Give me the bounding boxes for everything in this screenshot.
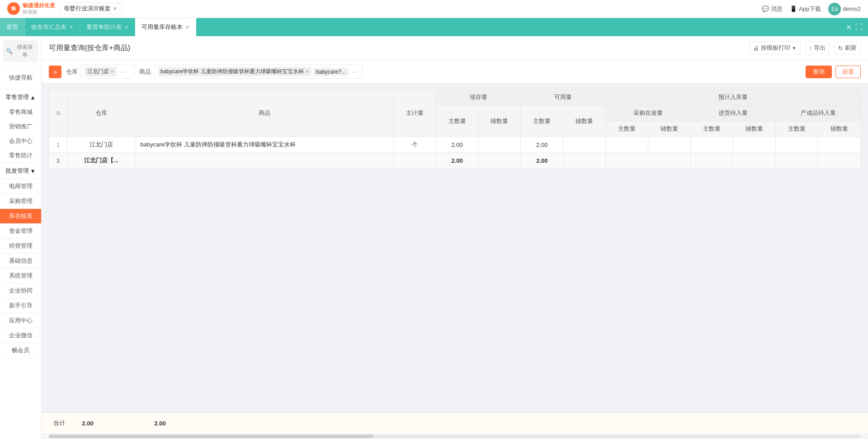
row-production-aux-cell bbox=[818, 153, 861, 169]
scroll-bar-area bbox=[42, 434, 868, 439]
filter-expand-button[interactable]: » bbox=[49, 66, 61, 78]
row-product-cell bbox=[136, 153, 393, 169]
sidebar-item-guide[interactable]: 新手引导 bbox=[0, 298, 41, 313]
search-menu-button[interactable]: 🔍 搜索菜单 bbox=[4, 41, 38, 61]
print-label: 按模板打印 bbox=[761, 44, 790, 52]
logo-icon: 畅 bbox=[7, 2, 20, 15]
available-inventory-tab-label: 可用量库存账本 bbox=[142, 23, 183, 31]
row-available-aux-cell bbox=[563, 137, 606, 153]
app-download-button[interactable]: 📱 App下载 bbox=[790, 5, 821, 13]
sidebar-item-ecommerce[interactable]: 电商管理 bbox=[0, 179, 41, 194]
production-aux-header: 辅数量 bbox=[818, 121, 861, 137]
sidebar: 🔍 搜索菜单 快捷导航 零售管理 ▲ 零售商城 营销推广 会员中心 零售统计 批… bbox=[0, 36, 42, 439]
table-row: 1江北门店babycare学饮杯 儿童防摔防撞吸管杯重力球吸嘴杯宝宝水杯个2.0… bbox=[49, 137, 861, 153]
warehouse-tag-close[interactable]: ✕ bbox=[110, 69, 114, 74]
sidebar-item-zero-mall[interactable]: 零售商城 bbox=[0, 105, 41, 119]
chevron-down-icon: ▼ bbox=[30, 168, 36, 175]
row-warehouse-cell: 江北门店【... bbox=[67, 153, 136, 169]
query-button[interactable]: 查询 bbox=[806, 66, 832, 78]
batch-label: 批发管理 bbox=[5, 167, 29, 175]
industry-select[interactable]: 母婴行业演示账套 ▼ bbox=[60, 3, 123, 14]
row-index-cell: 2 bbox=[49, 153, 67, 169]
product-more[interactable]: ··· bbox=[350, 69, 359, 75]
filter-bar: » 仓库 江北门店 ✕ ··· 商品 babycare学饮杯 儿童防摔防撞吸管杯… bbox=[42, 60, 868, 84]
sidebar-section-ecommerce: 电商管理 bbox=[0, 179, 41, 194]
export-label: 导出 bbox=[814, 44, 826, 52]
expected-group-header: 预计入库量 bbox=[606, 90, 861, 105]
setting-button[interactable]: 设置 bbox=[835, 66, 861, 78]
sidebar-section-system: 系统管理 bbox=[0, 269, 41, 283]
tab-available-inventory[interactable]: 可用量库存账本 ✕ bbox=[135, 18, 196, 36]
settings-col-header: ⚙ bbox=[49, 90, 67, 137]
tab-actions: ✕ ⛶ bbox=[840, 18, 868, 36]
logo-area: 畅 畅捷通好生意 标准版 bbox=[7, 2, 55, 15]
scroll-track[interactable] bbox=[49, 434, 861, 438]
product-tag-1-close[interactable]: ✕ bbox=[305, 69, 309, 74]
scroll-thumb[interactable] bbox=[49, 434, 373, 438]
sidebar-section-finance: 资金管理 bbox=[0, 224, 41, 239]
order-stats-tab-label: 要货单统计表 bbox=[86, 23, 122, 31]
warehouse-tag-value: 江北门店 bbox=[87, 68, 109, 76]
row-available-main-cell: 2.00 bbox=[521, 153, 563, 169]
sidebar-item-basic[interactable]: 基础信息 bbox=[0, 254, 41, 268]
gear-icon[interactable]: ⚙ bbox=[56, 110, 61, 117]
message-button[interactable]: 💬 消息 bbox=[762, 5, 783, 13]
product-filter-label: 商品 bbox=[139, 68, 151, 76]
warehouse-filter-box[interactable]: 江北门店 ✕ ··· bbox=[80, 65, 135, 79]
product-tag-1: babycare学饮杯 儿童防摔防撞吸管杯重力球吸嘴杯宝宝水杯 ✕ bbox=[158, 67, 311, 76]
sidebar-item-marketing[interactable]: 营销推广 bbox=[0, 119, 41, 134]
production-group-header: 产成品待入量 bbox=[776, 105, 861, 121]
sidebar-quick-nav: 快捷导航 bbox=[0, 66, 41, 90]
tab-close-all-button[interactable]: ✕ bbox=[846, 23, 852, 32]
message-label: 消息 bbox=[771, 5, 783, 13]
top-bar-right: 💬 消息 📱 App下载 Ea demo2 bbox=[762, 3, 861, 15]
sidebar-item-purchase[interactable]: 采购管理 bbox=[0, 194, 41, 208]
row-production-main-cell bbox=[776, 137, 818, 153]
user-menu[interactable]: Ea demo2 bbox=[828, 3, 861, 15]
warehouse-more[interactable]: ··· bbox=[118, 69, 127, 75]
sidebar-item-inventory[interactable]: 库存核算 bbox=[0, 209, 41, 223]
row-index-cell: 1 bbox=[49, 137, 67, 153]
table-row: 2江北门店【...2.002.00 bbox=[49, 153, 861, 169]
sidebar-item-operations[interactable]: 经营管理 bbox=[0, 239, 41, 253]
row-available-main-cell: 2.00 bbox=[521, 137, 563, 153]
export-icon: ↑ bbox=[809, 45, 812, 52]
sidebar-item-finance[interactable]: 资金管理 bbox=[0, 224, 41, 238]
sidebar-section-zero-retail-header[interactable]: 零售管理 ▲ bbox=[0, 90, 41, 105]
tab-fullscreen-button[interactable]: ⛶ bbox=[855, 23, 863, 31]
tab-home[interactable]: 首页 bbox=[0, 18, 25, 36]
print-button[interactable]: 🖨 按模板打印 ▼ bbox=[749, 42, 801, 54]
stock-aux-header: 辅数量 bbox=[478, 105, 521, 137]
tab-order-stats[interactable]: 要货单统计表 ✕ bbox=[80, 18, 135, 36]
logo-text: 畅捷通好生意 bbox=[23, 2, 55, 9]
sidebar-section-operations: 经营管理 bbox=[0, 239, 41, 254]
row-stock-main-cell: 2.00 bbox=[436, 153, 478, 169]
refresh-button[interactable]: ↻ 刷新 bbox=[834, 42, 861, 54]
row-purchase-aux-cell bbox=[648, 153, 691, 169]
export-button[interactable]: ↑ 导出 bbox=[805, 42, 830, 54]
sidebar-item-system[interactable]: 系统管理 bbox=[0, 269, 41, 283]
available-inventory-tab-close[interactable]: ✕ bbox=[185, 24, 189, 30]
sidebar-section-zero-retail: 零售管理 ▲ 零售商城 营销推广 会员中心 零售统计 bbox=[0, 90, 41, 163]
page-header: 可用量查询(按仓库+商品) 🖨 按模板打印 ▼ ↑ 导出 ↻ 刷新 bbox=[42, 36, 868, 60]
production-main-header: 主数量 bbox=[776, 121, 818, 137]
warehouse-col-header: 仓库 bbox=[67, 90, 136, 137]
sidebar-item-vip[interactable]: 畅会员 bbox=[0, 343, 41, 358]
logo-sub: 标准版 bbox=[23, 9, 55, 15]
sidebar-section-batch-header[interactable]: 批发管理 ▼ bbox=[0, 163, 41, 179]
sidebar-item-wechat[interactable]: 企业微信 bbox=[0, 328, 41, 343]
receive-send-tab-close[interactable]: ✕ bbox=[69, 24, 73, 30]
search-menu-label: 搜索菜单 bbox=[14, 43, 35, 59]
sidebar-item-members[interactable]: 会员中心 bbox=[0, 134, 41, 148]
sidebar-item-appstore[interactable]: 应用中心 bbox=[0, 313, 41, 328]
unit-col-header: 主计量 bbox=[393, 90, 436, 137]
sidebar-item-quick-nav[interactable]: 快捷导航 bbox=[0, 70, 41, 85]
sidebar-section-enterprise: 企业协同 bbox=[0, 283, 41, 298]
top-bar: 畅 畅捷通好生意 标准版 母婴行业演示账套 ▼ 💬 消息 📱 App下载 Ea … bbox=[0, 0, 868, 18]
tab-bar: 首页 收发存汇总表 ✕ 要货单统计表 ✕ 可用量库存账本 ✕ ✕ ⛶ bbox=[0, 18, 868, 36]
product-filter-box[interactable]: babycare学饮杯 儿童防摔防撞吸管杯重力球吸嘴杯宝宝水杯 ✕ babyca… bbox=[154, 65, 363, 79]
sidebar-item-enterprise[interactable]: 企业协同 bbox=[0, 283, 41, 298]
order-stats-tab-close[interactable]: ✕ bbox=[124, 24, 128, 30]
sidebar-item-retail-stats[interactable]: 零售统计 bbox=[0, 148, 41, 163]
tab-receive-send[interactable]: 收发存汇总表 ✕ bbox=[25, 18, 80, 36]
